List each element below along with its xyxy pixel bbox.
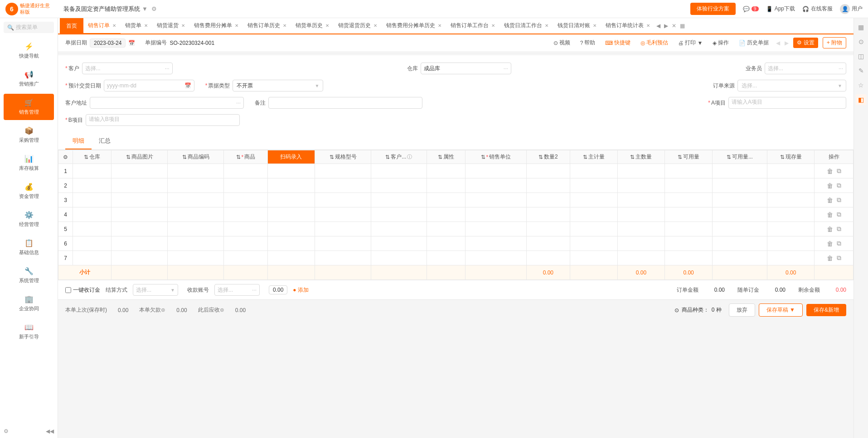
tab-close-icon[interactable]: ✕ <box>646 23 650 28</box>
row-delete-btn[interactable]: 🗑 <box>826 167 834 176</box>
right-icon-5[interactable]: ☆ <box>856 80 867 91</box>
tab-cash-reconcile[interactable]: 钱货日清对账 ✕ <box>553 18 601 34</box>
account-select[interactable]: 选择... ··· <box>214 284 260 296</box>
notification-item[interactable]: 💬 9 <box>743 6 759 12</box>
row-copy-btn[interactable]: ⧉ <box>836 224 842 234</box>
row-delete-btn[interactable]: 🗑 <box>826 210 834 219</box>
right-icon-4[interactable]: ✎ <box>856 65 867 76</box>
history-btn[interactable]: 📄 历史单据 <box>736 38 771 48</box>
sidebar-item-quick-nav[interactable]: ⚡ 快捷导航 <box>4 38 54 64</box>
warehouse-expand-icon[interactable]: ··· <box>504 65 508 72</box>
customer-expand-icon[interactable]: ··· <box>165 65 170 72</box>
tab-close-icon[interactable]: ✕ <box>144 23 148 28</box>
tab-summary[interactable]: 汇总 <box>92 133 118 149</box>
app-download-item[interactable]: 📱 App下载 <box>766 5 795 13</box>
tab-close-icon[interactable]: ✕ <box>325 23 329 28</box>
tab-close-icon[interactable]: ✕ <box>545 23 548 28</box>
sidebar-search[interactable]: 🔍 搜索菜单 <box>4 22 54 33</box>
settlement-select[interactable]: 选择... ▼ <box>133 284 178 296</box>
save-draft-button[interactable]: 保存草稿 ▼ <box>759 303 803 317</box>
row-delete-btn[interactable]: 🗑 <box>826 196 834 205</box>
sidebar-item-system[interactable]: 🔧 系统管理 <box>4 262 54 289</box>
tab-close-icon[interactable]: ✕ <box>438 23 441 28</box>
tab-sales-return[interactable]: 销货单 ✕ <box>121 18 152 34</box>
collapse-sidebar-icon[interactable]: ◀◀ <box>46 428 54 434</box>
calendar2-icon[interactable]: 📅 <box>184 82 191 89</box>
row-copy-btn[interactable]: ⧉ <box>836 166 842 176</box>
row-copy-btn[interactable]: ⧉ <box>836 210 842 219</box>
tab-sales-expense-history[interactable]: 销售费用分摊单历史 ✕ <box>382 18 446 34</box>
sidebar-item-operations[interactable]: ⚙️ 经营管理 <box>4 206 54 232</box>
col-settings[interactable]: ⚙ <box>58 150 73 164</box>
row-copy-btn[interactable]: ⧉ <box>836 195 842 205</box>
sidebar-item-inventory[interactable]: 📊 库存核算 <box>4 150 54 176</box>
tab-sales-stats[interactable]: 销售订单统计表 ✕ <box>601 18 655 34</box>
tab-sales-order-workbench[interactable]: 销售订单工作台 ✕ <box>446 18 499 34</box>
tab-close-icon[interactable]: ✕ <box>491 23 495 28</box>
customer-input[interactable]: 选择... <box>85 65 101 72</box>
info-icon[interactable]: ⓘ <box>407 154 412 160</box>
salesperson-input[interactable]: 选择... <box>768 65 783 72</box>
row-delete-btn[interactable]: 🗑 <box>826 239 834 248</box>
tab-close-icon[interactable]: ✕ <box>112 23 116 28</box>
profit-btn[interactable]: ◎ 毛利预估 <box>638 38 671 48</box>
discard-button[interactable]: 放弃 <box>729 303 755 317</box>
tab-sales-order[interactable]: 销售订单 ✕ <box>83 18 121 34</box>
print-btn[interactable]: 🖨 打印 ▼ <box>675 38 705 48</box>
shortcuts-btn[interactable]: ⌨ 快捷键 <box>602 38 633 48</box>
right-icon-6[interactable]: ◧ <box>856 94 867 105</box>
tab-home[interactable]: 首页 <box>60 18 83 34</box>
remarks-input[interactable] <box>268 97 422 109</box>
account-expand-icon[interactable]: ··· <box>252 287 257 293</box>
date-value[interactable]: 2023-03-24 <box>90 39 126 48</box>
quick-deposit-check[interactable] <box>65 287 71 293</box>
sidebar-item-enterprise[interactable]: 🏢 企业协同 <box>4 290 54 317</box>
quick-deposit-checkbox[interactable]: 一键收订金 <box>65 286 100 294</box>
dropdown-arrow-icon[interactable]: ▼ <box>142 5 148 12</box>
tab-close-icon[interactable]: ✕ <box>181 23 185 28</box>
tab-close-icon[interactable]: ✕ <box>373 23 377 28</box>
add-btn[interactable]: ● 添加 <box>293 286 308 294</box>
salesperson-expand-icon[interactable]: ··· <box>839 65 843 72</box>
tab-prev-icon[interactable]: ◀ <box>655 23 662 29</box>
sidebar-item-finance[interactable]: 💰 资金管理 <box>4 178 54 204</box>
project-a-input[interactable]: 请输入A项目 <box>728 97 846 109</box>
solution-button[interactable]: 体验行业方案 <box>690 3 736 15</box>
order-source-select[interactable]: 选择... ▼ <box>737 80 846 91</box>
row-copy-btn[interactable]: ⧉ <box>836 239 842 248</box>
address-expand-icon[interactable]: ··· <box>236 100 241 106</box>
row-copy-btn[interactable]: ⧉ <box>836 181 842 190</box>
attach-btn[interactable]: + 附物 <box>823 37 846 48</box>
save-new-button[interactable]: 保存&新增 <box>806 304 846 316</box>
right-icon-3[interactable]: ◫ <box>856 51 867 62</box>
tab-sales-expense[interactable]: 销售费用分摊单 ✕ <box>189 18 243 34</box>
view-btn[interactable]: ⊙ 视频 <box>551 38 573 48</box>
settings-btn[interactable]: ⚙ 设置 <box>793 38 818 48</box>
tab-close-all-icon[interactable]: ✕ <box>670 23 678 29</box>
sidebar-item-sales[interactable]: 🛒 销售管理 <box>4 94 54 120</box>
delivery-date-input[interactable]: yyyy-mm-dd <box>107 82 136 89</box>
row-delete-btn[interactable]: 🗑 <box>826 225 834 234</box>
tab-sales-return-history[interactable]: 销货单历史 ✕ <box>291 18 334 34</box>
tab-sales-refund[interactable]: 销货退货 ✕ <box>152 18 189 34</box>
tab-detail[interactable]: 明细 <box>65 133 92 149</box>
project-b-input[interactable]: 请输入B项目 <box>86 114 240 126</box>
settings-icon[interactable]: ⚙ <box>63 154 68 160</box>
help-btn[interactable]: ? 帮助 <box>577 38 598 48</box>
sidebar-item-marketing[interactable]: 📢 营销推广 <box>4 66 54 92</box>
sidebar-item-guide[interactable]: 📖 新手引导 <box>4 318 54 345</box>
row-delete-btn[interactable]: 🗑 <box>826 254 834 263</box>
settings-bottom-icon[interactable]: ⚙ <box>4 428 9 434</box>
tab-close-icon[interactable]: ✕ <box>593 23 596 28</box>
calendar-icon[interactable]: 📅 <box>128 40 135 46</box>
settings-icon[interactable]: ⚙ <box>151 5 157 12</box>
tab-sales-refund-history[interactable]: 销货退货历史 ✕ <box>334 18 382 34</box>
user-item[interactable]: 👤 用户 <box>840 4 863 14</box>
tab-menu-icon[interactable]: ▦ <box>678 23 687 29</box>
col-scan[interactable]: 扫码录入 <box>267 150 315 164</box>
invoice-type-select[interactable]: 不开票 ▼ <box>233 80 323 91</box>
operations-btn[interactable]: ◈ 操作 <box>710 38 732 48</box>
right-icon-2[interactable]: ⊙ <box>856 36 867 47</box>
sidebar-item-purchase[interactable]: 📦 采购管理 <box>4 122 54 148</box>
right-icon-1[interactable]: ▦ <box>856 22 867 33</box>
